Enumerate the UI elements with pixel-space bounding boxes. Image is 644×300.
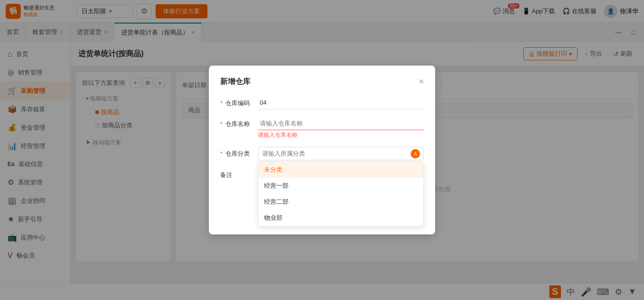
category-field: ∧ 未分类 经营一部 经营二部 物业部 xyxy=(258,147,424,160)
category-dropdown: 未分类 经营一部 经营二部 物业部 xyxy=(258,161,424,226)
form-row-code: * 仓库编码 xyxy=(220,96,424,109)
dropdown-item-0[interactable]: 未分类 xyxy=(258,162,423,178)
name-required: * xyxy=(220,120,223,127)
modal-header: 新增仓库 × xyxy=(220,77,424,87)
category-input[interactable] xyxy=(258,147,424,160)
name-input[interactable] xyxy=(258,117,424,130)
category-selector: ∧ 未分类 经营一部 经营二部 物业部 xyxy=(258,147,424,160)
name-field: 请输入仓库名称 xyxy=(258,117,424,139)
modal-title: 新增仓库 xyxy=(220,77,250,87)
modal-overlay[interactable]: 新增仓库 × * 仓库编码 * 仓库名称 请输入仓库名称 xyxy=(0,0,644,300)
category-label: * 仓库分类 xyxy=(220,147,258,158)
category-required: * xyxy=(220,150,223,157)
code-required: * xyxy=(220,100,223,107)
note-label: 备注 xyxy=(220,168,258,179)
code-input[interactable] xyxy=(258,96,424,109)
dropdown-item-3[interactable]: 物业部 xyxy=(258,210,423,226)
dropdown-item-2[interactable]: 经营二部 xyxy=(258,194,423,210)
category-toggle-button[interactable]: ∧ xyxy=(411,149,420,158)
form-row-category: * 仓库分类 ∧ 未分类 经营一部 经营二部 物业部 xyxy=(220,147,424,160)
modal-close-button[interactable]: × xyxy=(419,77,424,87)
code-label: * 仓库编码 xyxy=(220,96,258,108)
form-row-name: * 仓库名称 请输入仓库名称 xyxy=(220,117,424,139)
name-error-msg: 请输入仓库名称 xyxy=(258,131,424,139)
code-field xyxy=(258,96,424,109)
modal-dialog: 新增仓库 × * 仓库编码 * 仓库名称 请输入仓库名称 xyxy=(209,66,435,234)
name-label: * 仓库名称 xyxy=(220,117,258,128)
dropdown-item-1[interactable]: 经营一部 xyxy=(258,178,423,194)
